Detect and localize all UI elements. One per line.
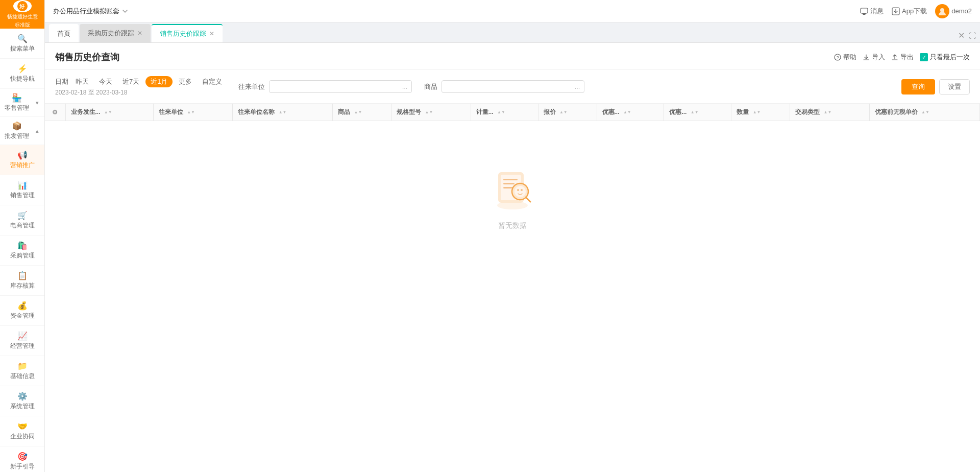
- col-partner-code[interactable]: 往来单位 ▲▼: [153, 104, 232, 121]
- avatar-icon: [938, 7, 947, 16]
- message-label: 消息: [870, 7, 884, 16]
- import-icon: [863, 54, 870, 61]
- tabs-bar: 首页 采购历史价跟踪 ✕ 销售历史价跟踪 ✕ ✕ ⛶: [45, 22, 980, 43]
- avatar: [935, 4, 949, 18]
- wholesale-arrow-icon: ▲: [35, 128, 40, 134]
- sidebar-item-inventory[interactable]: 📋 库存核算: [0, 266, 44, 296]
- import-button[interactable]: 导入: [863, 53, 885, 62]
- tab-home-label: 首页: [57, 29, 70, 38]
- query-button[interactable]: 查询: [901, 79, 935, 95]
- svg-text:?: ?: [837, 55, 839, 60]
- col-discount2[interactable]: 优惠... ▲▼: [664, 104, 731, 121]
- col-pretax-price[interactable]: 优惠前无税单价 ▲▼: [869, 104, 979, 121]
- partner-input[interactable]: ...: [269, 80, 412, 93]
- col-unit[interactable]: 计量... ▲▼: [471, 104, 538, 121]
- window-close-icon[interactable]: ✕: [958, 31, 965, 40]
- date-option-1month[interactable]: 近1月: [145, 76, 173, 87]
- sidebar-item-operations[interactable]: 📈 经营管理: [0, 326, 44, 356]
- sidebar-item-sales-mgmt[interactable]: 📊 销售管理: [0, 175, 44, 205]
- export-icon: [891, 54, 898, 61]
- tab-home[interactable]: 首页: [49, 24, 79, 42]
- tab-purchase-label: 采购历史价跟踪: [88, 29, 134, 38]
- message-button[interactable]: 消息: [860, 7, 884, 16]
- sidebar-item-retail[interactable]: 🏪 零售管理 ▼: [0, 89, 44, 117]
- only-last-checkbox-item[interactable]: 只看最后一次: [920, 53, 970, 62]
- empty-state: 暂无数据: [45, 121, 980, 271]
- sidebar-item-purchase[interactable]: 🛍️ 采购管理: [0, 235, 44, 266]
- sidebar: 好 畅捷通好生意 标准版 🔍 搜索菜单 ⚡ 快捷导航 🏪 零售管理 ▼ 📦 批发…: [0, 0, 45, 472]
- sales-mgmt-icon: 📊: [17, 180, 28, 190]
- tab-sales-close-icon[interactable]: ✕: [209, 30, 214, 37]
- sort-icon: ▲▼: [497, 110, 505, 114]
- tab-purchase[interactable]: 采购历史价跟踪 ✕: [80, 24, 151, 42]
- sidebar-menu: 🔍 搜索菜单 ⚡ 快捷导航 🏪 零售管理 ▼ 📦 批发管理 ▲ 📢 营销推广: [0, 29, 44, 472]
- empty-text: 暂无数据: [498, 221, 527, 230]
- col-price[interactable]: 报价 ▲▼: [538, 104, 597, 121]
- tab-sales[interactable]: 销售历史价跟踪 ✕: [152, 24, 223, 42]
- date-option-yesterday[interactable]: 昨天: [71, 76, 93, 87]
- col-pretax-price-label: 优惠前无税单价: [875, 108, 918, 115]
- sort-icon: ▲▼: [824, 110, 832, 114]
- content-area: 销售历史价查询 ? 帮助 导入: [45, 43, 980, 472]
- goods-input[interactable]: ...: [442, 80, 584, 93]
- message-icon: [860, 7, 868, 15]
- marketing-icon: 📢: [17, 150, 28, 160]
- column-settings-icon[interactable]: ⚙: [52, 109, 58, 116]
- col-trade-type[interactable]: 交易类型 ▲▼: [790, 104, 869, 121]
- col-spec[interactable]: 规格型号 ▲▼: [391, 104, 471, 121]
- sidebar-item-search[interactable]: 🔍 搜索菜单: [0, 29, 44, 59]
- sidebar-item-label: 销售管理: [10, 191, 35, 200]
- download-icon: [892, 7, 900, 15]
- sidebar-item-system[interactable]: ⚙️ 系统管理: [0, 386, 44, 416]
- sidebar-item-newbie[interactable]: 🎯 新手引导: [0, 446, 44, 472]
- help-icon: ?: [834, 54, 841, 61]
- workspace-name: 办公用品行业模拟账套: [53, 7, 119, 16]
- username: demo2: [951, 7, 972, 15]
- workspace-selector[interactable]: 办公用品行业模拟账套: [53, 7, 129, 16]
- import-label: 导入: [872, 53, 885, 62]
- sidebar-item-shortcuts[interactable]: ⚡ 快捷导航: [0, 59, 44, 89]
- col-biz-date[interactable]: 业务发生... ▲▼: [65, 104, 153, 121]
- sort-icon: ▲▼: [921, 110, 929, 114]
- export-label: 导出: [900, 53, 914, 62]
- sidebar-item-basic[interactable]: 📁 基础信息: [0, 356, 44, 386]
- settings-button[interactable]: 设置: [939, 79, 970, 95]
- col-discount2-label: 优惠...: [669, 108, 687, 115]
- sidebar-item-label: 新手引导: [10, 462, 35, 471]
- tab-sales-label: 销售历史价跟踪: [160, 29, 206, 38]
- sidebar-item-label: 经营管理: [10, 342, 35, 350]
- logo-area: 好 畅捷通好生意 标准版: [0, 0, 44, 29]
- system-icon: ⚙️: [17, 391, 28, 401]
- svg-point-17: [521, 189, 523, 191]
- date-option-more[interactable]: 更多: [175, 76, 196, 87]
- wholesale-icon: 📦: [12, 121, 22, 131]
- col-qty[interactable]: 数量 ▲▼: [731, 104, 790, 121]
- user-profile[interactable]: demo2: [935, 4, 972, 18]
- window-maximize-icon[interactable]: ⛶: [969, 32, 976, 40]
- main-area: 办公用品行业模拟账套 消息 App下载: [45, 0, 980, 472]
- col-discount1[interactable]: 优惠... ▲▼: [597, 104, 664, 121]
- only-last-checkbox[interactable]: [920, 53, 928, 61]
- help-button[interactable]: ? 帮助: [834, 53, 856, 62]
- basic-icon: 📁: [17, 361, 28, 371]
- app-download-button[interactable]: App下载: [892, 7, 927, 16]
- date-option-today[interactable]: 今天: [95, 76, 116, 87]
- sort-icon: ▲▼: [753, 110, 761, 114]
- sidebar-item-wholesale[interactable]: 📦 批发管理 ▲: [0, 117, 44, 145]
- sidebar-item-ecommerce[interactable]: 🛒 电商管理: [0, 205, 44, 235]
- export-button[interactable]: 导出: [891, 53, 914, 62]
- sidebar-item-finance[interactable]: 💰 资金管理: [0, 296, 44, 326]
- sidebar-item-enterprise[interactable]: 🤝 企业协同: [0, 416, 44, 446]
- date-option-custom[interactable]: 自定义: [198, 76, 226, 87]
- goods-filter-group: 商品 ...: [424, 80, 584, 93]
- partner-filter-group: 往来单位 ...: [238, 80, 412, 93]
- svg-line-15: [526, 197, 530, 202]
- sidebar-item-marketing[interactable]: 📢 营销推广: [0, 145, 44, 175]
- window-controls: ✕ ⛶: [958, 31, 976, 40]
- date-option-7days[interactable]: 近7天: [118, 76, 143, 87]
- col-goods[interactable]: 商品 ▲▼: [333, 104, 391, 121]
- sort-icon: ▲▼: [623, 110, 631, 114]
- logo-text: 畅捷通好生意: [7, 13, 38, 20]
- tab-purchase-close-icon[interactable]: ✕: [137, 30, 142, 37]
- col-partner-name[interactable]: 往来单位名称 ▲▼: [233, 104, 333, 121]
